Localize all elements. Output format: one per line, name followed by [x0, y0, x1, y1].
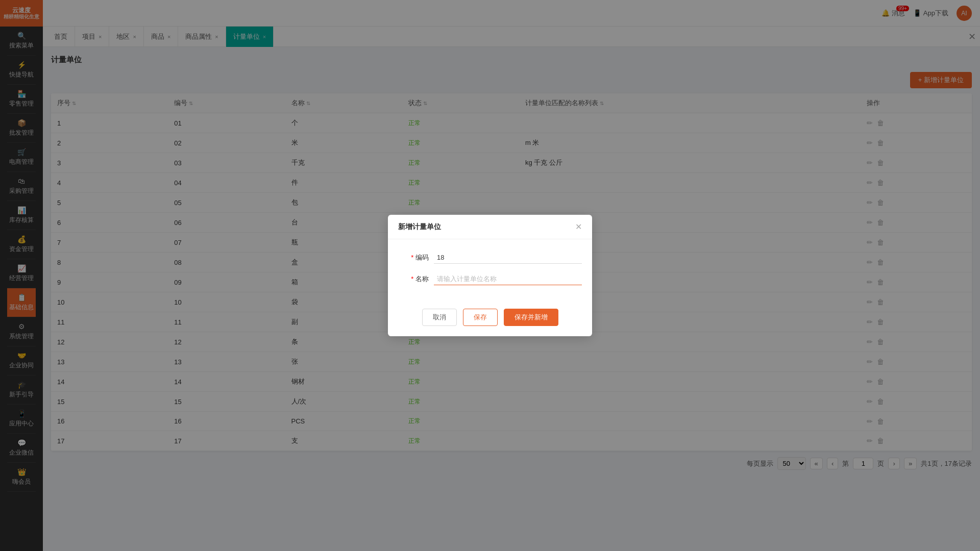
name-label-text: 名称 — [415, 275, 429, 283]
code-label-text: 编码 — [415, 254, 429, 261]
modal-header: 新增计量单位 ✕ — [388, 215, 592, 239]
form-item-code: * 编码 — [398, 252, 582, 264]
name-label: * 名称 — [398, 274, 429, 284]
required-mark: * — [411, 254, 413, 261]
modal-body: * 编码 * 名称 — [388, 239, 592, 303]
add-unit-modal: 新增计量单位 ✕ * 编码 * 名称 取消 保存 保存并新增 — [388, 215, 592, 336]
save-button[interactable]: 保存 — [463, 309, 498, 326]
name-input[interactable] — [434, 273, 582, 285]
cancel-button[interactable]: 取消 — [422, 309, 457, 326]
modal-close-button[interactable]: ✕ — [575, 222, 582, 232]
modal-overlay[interactable]: 新增计量单位 ✕ * 编码 * 名称 取消 保存 保存并新增 — [0, 0, 980, 551]
code-label: * 编码 — [398, 253, 429, 262]
form-item-name: * 名称 — [398, 273, 582, 285]
code-input[interactable] — [434, 252, 582, 264]
save-and-new-button[interactable]: 保存并新增 — [504, 309, 558, 326]
modal-title: 新增计量单位 — [398, 222, 441, 232]
required-mark-name: * — [411, 275, 413, 283]
modal-footer: 取消 保存 保存并新增 — [388, 303, 592, 336]
